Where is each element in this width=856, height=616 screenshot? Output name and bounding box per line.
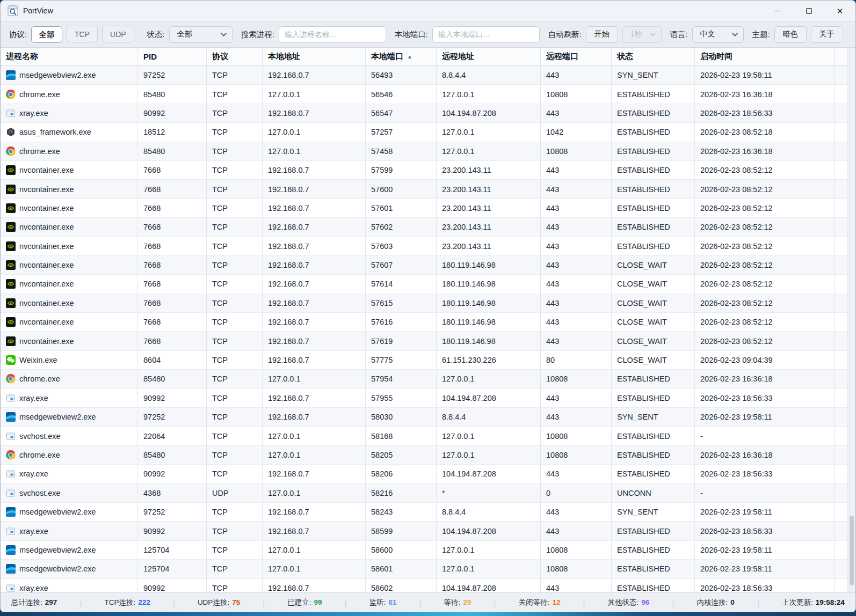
lport-cell: 57954: [366, 370, 437, 388]
state-cell: CLOSE_WAIT: [612, 256, 695, 274]
lport-cell: 58030: [366, 408, 437, 426]
protocol-filter-udp[interactable]: UDP: [102, 26, 134, 42]
local-port-input[interactable]: [432, 26, 540, 43]
table-row[interactable]: nvcontainer.exe7668TCP192.168.0.75761518…: [1, 294, 847, 313]
table-header: 进程名称PID协议本地地址本地端口▲远程地址远程端口状态启动时间: [1, 48, 855, 66]
about-button[interactable]: 关于: [811, 26, 843, 43]
table-row[interactable]: chrome.exe85480TCP127.0.0.158205127.0.0.…: [1, 446, 847, 465]
column-header[interactable]: 本地地址: [263, 48, 366, 65]
state-cell: ESTABLISHED: [612, 142, 695, 160]
raddr-cell: 127.0.0.1: [437, 427, 541, 445]
pid-cell: 7668: [138, 294, 207, 312]
table-row[interactable]: svchost.exe4368UDP127.0.0.158216*0UNCONN…: [1, 484, 847, 503]
laddr-cell: 192.168.0.7: [263, 408, 366, 426]
table-row[interactable]: chrome.exe85480TCP127.0.0.156546127.0.0.…: [1, 85, 847, 104]
proto-cell: TCP: [207, 256, 263, 274]
table-row[interactable]: xray.exe90992TCP192.168.0.757955104.194.…: [1, 389, 847, 408]
table-row[interactable]: xray.exe90992TCP192.168.0.758206104.194.…: [1, 465, 847, 483]
table-row[interactable]: msedgewebview2.exe97252TCP192.168.0.7564…: [1, 66, 847, 85]
column-header[interactable]: 进程名称: [1, 48, 138, 65]
pid-cell: 7668: [138, 237, 207, 255]
table-row[interactable]: nvcontainer.exe7668TCP192.168.0.75760123…: [1, 199, 847, 218]
wechat-icon: [6, 355, 16, 365]
table-row[interactable]: nvcontainer.exe7668TCP192.168.0.75760023…: [1, 180, 847, 199]
process-name-cell: nvcontainer.exe: [1, 256, 138, 274]
status-separator: |: [173, 599, 175, 607]
maximize-button[interactable]: [793, 1, 824, 21]
protocol-filter-全部[interactable]: 全部: [31, 26, 62, 43]
lport-cell: 57257: [366, 123, 437, 141]
status-item: 内核连接:0: [697, 598, 735, 607]
minimize-button[interactable]: [762, 1, 793, 21]
table-row[interactable]: asus_framework.exe18512TCP127.0.0.157257…: [1, 123, 847, 142]
table-row[interactable]: nvcontainer.exe7668TCP192.168.0.75760323…: [1, 237, 847, 256]
start-refresh-button[interactable]: 开始: [586, 26, 618, 43]
rport-cell: 10808: [541, 85, 612, 103]
scrollbar-thumb[interactable]: [850, 516, 854, 585]
table-row[interactable]: xray.exe90992TCP192.168.0.758602104.194.…: [1, 579, 847, 592]
table-row[interactable]: msedgewebview2.exe125704TCP127.0.0.15860…: [1, 541, 847, 560]
rport-cell: 443: [541, 237, 612, 255]
column-header[interactable]: 本地端口▲: [366, 48, 437, 65]
pid-cell: 90992: [138, 522, 207, 540]
table-row[interactable]: Weixin.exe8604TCP192.168.0.75777561.151.…: [1, 351, 847, 370]
table-row[interactable]: msedgewebview2.exe97252TCP192.168.0.7582…: [1, 503, 847, 522]
started-cell: 2026-02-23 16:36:18: [695, 85, 835, 103]
lport-cell: 56493: [366, 66, 437, 84]
column-header[interactable]: 状态: [612, 48, 695, 65]
close-button[interactable]: ✕: [824, 1, 855, 21]
table-row[interactable]: nvcontainer.exe7668TCP192.168.0.75760718…: [1, 256, 847, 275]
table-row[interactable]: nvcontainer.exe7668TCP192.168.0.75760223…: [1, 218, 847, 237]
column-header[interactable]: 启动时间: [695, 48, 835, 65]
language-select[interactable]: 中文: [692, 26, 744, 43]
table-row[interactable]: chrome.exe85480TCP127.0.0.157458127.0.0.…: [1, 142, 847, 161]
table-row[interactable]: nvcontainer.exe7668TCP192.168.0.75761918…: [1, 332, 847, 350]
rport-cell: 443: [541, 180, 612, 198]
pid-cell: 7668: [138, 275, 207, 293]
proto-cell: TCP: [207, 351, 263, 369]
started-cell: 2026-02-23 08:52:12: [695, 313, 835, 331]
process-name-cell: chrome.exe: [1, 142, 138, 160]
table-row[interactable]: xray.exe90992TCP192.168.0.756547104.194.…: [1, 104, 847, 123]
state-cell: SYN_SENT: [612, 503, 695, 521]
chrome-icon: [6, 374, 16, 384]
table-row[interactable]: chrome.exe85480TCP127.0.0.157954127.0.0.…: [1, 370, 847, 388]
pid-cell: 85480: [138, 142, 207, 160]
table-row[interactable]: msedgewebview2.exe97252TCP192.168.0.7580…: [1, 408, 847, 427]
status-select[interactable]: 全部: [169, 26, 233, 43]
proto-cell: TCP: [207, 142, 263, 160]
column-header[interactable]: PID: [138, 48, 207, 65]
column-header[interactable]: 远程端口: [541, 48, 612, 65]
state-cell: SYN_SENT: [612, 408, 695, 426]
toolbar: 协议: 全部TCPUDP 状态: 全部 搜索进程: 本地端口: 自动刷新: 开始…: [1, 21, 855, 48]
lport-cell: 57607: [366, 256, 437, 274]
rport-cell: 1042: [541, 123, 612, 141]
pid-cell: 22064: [138, 427, 207, 445]
search-input[interactable]: [279, 26, 386, 43]
refresh-interval-select[interactable]: 1秒: [622, 26, 662, 43]
table-row[interactable]: nvcontainer.exe7668TCP192.168.0.75761618…: [1, 313, 847, 332]
column-header[interactable]: 协议: [207, 48, 263, 65]
process-name-cell: nvcontainer.exe: [1, 313, 138, 331]
table-row[interactable]: nvcontainer.exe7668TCP192.168.0.75759923…: [1, 161, 847, 180]
status-item: 上次更新:19:58:24: [782, 598, 845, 607]
rport-cell: 443: [541, 522, 612, 540]
started-cell: 2026-02-23 08:52:12: [695, 237, 835, 255]
table-row[interactable]: msedgewebview2.exe125704TCP127.0.0.15860…: [1, 560, 847, 578]
process-name-cell: nvcontainer.exe: [1, 218, 138, 236]
lport-cell: 58168: [366, 427, 437, 445]
proto-cell: TCP: [207, 294, 263, 312]
state-cell: ESTABLISHED: [612, 427, 695, 445]
process-name-cell: nvcontainer.exe: [1, 161, 138, 179]
table-row[interactable]: nvcontainer.exe7668TCP192.168.0.75761418…: [1, 275, 847, 294]
table-row[interactable]: svchost.exe22064TCP127.0.0.158168127.0.0…: [1, 427, 847, 445]
process-name-cell: chrome.exe: [1, 85, 138, 103]
table-row[interactable]: xray.exe90992TCP192.168.0.758599104.194.…: [1, 522, 847, 540]
lport-cell: 58216: [366, 484, 437, 502]
protocol-filter-tcp[interactable]: TCP: [67, 26, 98, 42]
vertical-scrollbar[interactable]: [847, 48, 855, 592]
proto-cell: TCP: [207, 389, 263, 407]
status-separator: |: [672, 599, 674, 607]
column-header[interactable]: 远程地址: [437, 48, 541, 65]
theme-toggle-button[interactable]: 暗色: [774, 26, 807, 43]
